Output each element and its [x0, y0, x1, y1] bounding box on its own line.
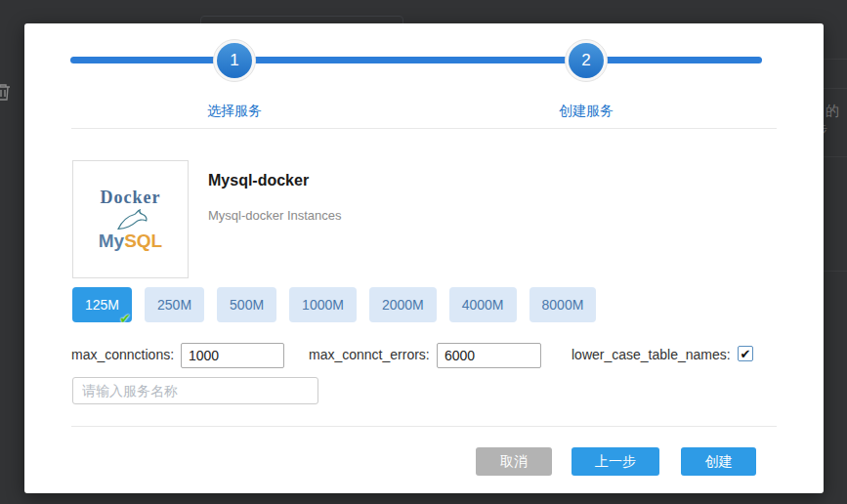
- mysql-dolphin-icon: [73, 209, 188, 232]
- memory-option-1000m[interactable]: 1000M: [289, 287, 357, 322]
- step-1-label: 选择服务: [176, 103, 293, 120]
- create-button[interactable]: 创建: [681, 447, 756, 476]
- memory-option-2000m[interactable]: 2000M: [369, 287, 437, 322]
- step-1-number: 1: [217, 43, 252, 78]
- docker-wordmark: Docker: [73, 188, 188, 208]
- mysql-wordmark-my: My: [99, 231, 124, 251]
- lower-case-table-names-checkbox[interactable]: ✔: [738, 346, 753, 361]
- create-service-dialog: 1 2 选择服务 创建服务 Docker MySQL Mysql-docker …: [24, 23, 824, 493]
- background-text-fragment: 的: [826, 103, 839, 120]
- selected-check-icon: ✔: [119, 311, 131, 326]
- service-subtitle: Mysql-docker Instances: [208, 208, 342, 223]
- memory-option-500m[interactable]: 500M: [217, 287, 276, 322]
- service-title: Mysql-docker: [208, 172, 309, 189]
- stepper-progress-bar: [70, 57, 762, 63]
- mysql-wordmark: MySQL: [73, 231, 188, 252]
- step-2-number: 2: [569, 43, 604, 78]
- memory-option-8000m[interactable]: 8000M: [529, 287, 597, 322]
- max-connections-input[interactable]: [181, 343, 284, 368]
- memory-option-4000m[interactable]: 4000M: [449, 287, 517, 322]
- cancel-button[interactable]: 取消: [476, 447, 552, 476]
- max-connect-errors-label: max_connct_errors:: [309, 347, 430, 362]
- screen: 的 步 1 2 选择服务 创建服务 Docker MySQL Mysql-doc…: [0, 0, 847, 504]
- service-name-input[interactable]: [72, 377, 318, 404]
- memory-size-options: 125M✔250M500M1000M2000M4000M8000M: [72, 287, 596, 322]
- previous-step-button[interactable]: 上一步: [572, 447, 659, 476]
- step-2-node: 2: [565, 39, 608, 82]
- max-connect-errors-input[interactable]: [437, 343, 541, 368]
- divider: [71, 128, 777, 129]
- memory-option-250m[interactable]: 250M: [145, 287, 204, 322]
- lower-case-table-names-label: lower_case_table_names:: [572, 347, 731, 362]
- mysql-docker-logo: Docker MySQL: [72, 160, 189, 278]
- step-1-node: 1: [213, 39, 256, 82]
- mysql-wordmark-sql: SQL: [124, 231, 162, 251]
- trash-icon: [0, 81, 13, 106]
- max-connections-label: max_connctions:: [71, 347, 174, 362]
- divider: [71, 426, 777, 427]
- memory-option-125m[interactable]: 125M✔: [72, 287, 132, 322]
- step-2-label: 创建服务: [528, 103, 645, 120]
